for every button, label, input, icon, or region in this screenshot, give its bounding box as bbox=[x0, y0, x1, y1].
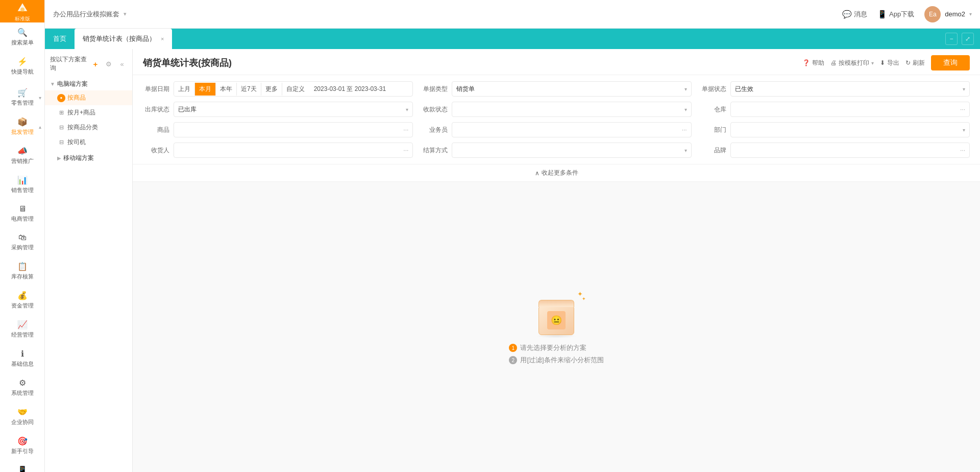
message-button[interactable]: 💬 消息 bbox=[842, 10, 867, 19]
warehouse-field[interactable]: ··· bbox=[730, 102, 970, 117]
app-download-button[interactable]: 📱 App下载 bbox=[877, 10, 914, 19]
scheme-item-by-driver[interactable]: ⊟ 按司机 bbox=[45, 135, 132, 150]
dept-field[interactable]: ▾ bbox=[730, 122, 970, 137]
doc-type-field[interactable]: 销货单 ▾ bbox=[452, 81, 691, 97]
filter-brand-cell: 品牌 ··· bbox=[700, 143, 970, 158]
receipt-status-field[interactable]: ▾ bbox=[452, 102, 691, 117]
doc-status-field[interactable]: 已生效 ▾ bbox=[730, 81, 970, 97]
sidebar-item-search[interactable]: 🔍 搜索菜单 bbox=[0, 22, 44, 52]
collapse-button[interactable]: ∧ 收起更多条件 bbox=[529, 168, 584, 178]
sidebar-item-purchase[interactable]: 🛍 采购管理 bbox=[0, 228, 44, 256]
tab-home[interactable]: 首页 bbox=[45, 29, 75, 49]
brand-more: ··· bbox=[960, 147, 965, 154]
header-left: 办公用品行业模拟账套 ▾ bbox=[53, 10, 127, 19]
recipient-more: ··· bbox=[403, 147, 408, 154]
filter-row-4: 收货人 ··· 结算方式 ▾ 品牌 bbox=[143, 143, 970, 158]
scheme-item-by-goods[interactable]: ● 按商品 bbox=[45, 90, 132, 105]
date-filter[interactable]: 上月 本月 本年 近7天 bbox=[174, 81, 413, 97]
warehouse-more: ··· bbox=[960, 106, 965, 113]
scheme-category-icon: ⊟ bbox=[57, 124, 65, 132]
collapse-panel-button[interactable]: « bbox=[117, 59, 127, 69]
date-tab-7days[interactable]: 近7天 bbox=[237, 83, 261, 96]
scheme-item-by-month-goods[interactable]: ⊞ 按月+商品 bbox=[45, 105, 132, 120]
sidebar-item-finance[interactable]: 💰 资金管理 bbox=[0, 286, 44, 315]
sidebar-item-guide-label: 新手引导 bbox=[11, 447, 34, 455]
export-label: 导出 bbox=[887, 59, 899, 67]
scheme-by-goods-label: 按商品 bbox=[67, 93, 86, 102]
recipient-label: 收货人 bbox=[143, 146, 174, 155]
recipient-field[interactable]: ··· bbox=[174, 143, 413, 158]
brand-label: 品牌 bbox=[700, 146, 730, 155]
sidebar-item-marketing-label: 营销推广 bbox=[11, 157, 34, 165]
tab-maximize-button[interactable]: ⤢ bbox=[962, 33, 974, 45]
date-tab-this-year[interactable]: 本年 bbox=[216, 83, 237, 96]
date-tab-custom[interactable]: 自定义 bbox=[282, 83, 309, 96]
sidebar-item-operations[interactable]: 📈 经营管理 bbox=[0, 315, 44, 344]
sidebar-item-enterprise[interactable]: 🤝 企业协同 bbox=[0, 402, 44, 431]
sidebar-item-inventory[interactable]: 📋 库存核算 bbox=[0, 256, 44, 286]
wholesale-expand-icon: ▴ bbox=[39, 124, 41, 129]
receipt-status-label: 收款状态 bbox=[421, 105, 452, 114]
operations-icon: 📈 bbox=[17, 320, 28, 329]
goods-label: 商品 bbox=[143, 126, 174, 134]
sidebar-item-wholesale[interactable]: 📦 批发管理 ▴ bbox=[0, 112, 44, 141]
app-logo[interactable]: 标准版 bbox=[0, 0, 44, 22]
query-panel-header-label: 按以下方案查询 bbox=[50, 55, 90, 73]
date-tabs: 上月 本月 本年 近7天 bbox=[174, 83, 309, 96]
settlement-field[interactable]: ▾ bbox=[452, 143, 691, 158]
empty-tip-1: 1 请先选择要分析的方案 bbox=[509, 343, 586, 352]
help-button[interactable]: ❓ 帮助 bbox=[802, 59, 824, 67]
date-tab-this-month[interactable]: 本月 bbox=[195, 83, 216, 96]
app-subtitle: 标准版 bbox=[15, 15, 30, 22]
sidebar-item-quicknav[interactable]: ⚡ 快捷导航 bbox=[0, 52, 44, 81]
scheme-group-mobile-header[interactable]: ▶ 移动端方案 bbox=[45, 152, 132, 164]
scheme-item-by-category[interactable]: ⊟ 按商品分类 bbox=[45, 120, 132, 135]
sidebar-item-search-label: 搜索菜单 bbox=[11, 39, 34, 46]
sidebar-item-sales[interactable]: 📊 销售管理 bbox=[0, 170, 44, 199]
scheme-group-pc: ▼ 电脑端方案 ● 按商品 ⊞ 按月+商品 ⊟ 按商品分类 bbox=[45, 77, 132, 151]
salesman-field[interactable]: ··· bbox=[452, 122, 691, 137]
sidebar-item-marketing[interactable]: 📣 营销推广 bbox=[0, 141, 44, 170]
search-icon: 🔍 bbox=[17, 28, 28, 37]
template-print-button[interactable]: 🖨 按模板打印 ▾ bbox=[830, 59, 874, 67]
industry-dropdown-icon[interactable]: ▾ bbox=[124, 11, 127, 17]
sidebar-item-ecommerce[interactable]: 🖥 电商管理 bbox=[0, 199, 44, 228]
main-area: 办公用品行业模拟账套 ▾ 💬 消息 📱 App下载 Ea demo2 ▾ 首 bbox=[45, 0, 980, 472]
filter-recipient-cell: 收货人 ··· bbox=[143, 143, 413, 158]
filter-date-cell: 单据日期 上月 本月 本年 bbox=[143, 81, 413, 97]
query-button[interactable]: 查询 bbox=[931, 55, 970, 70]
tab-sales-stats[interactable]: 销货单统计表（按商品） × bbox=[75, 29, 172, 49]
marketing-icon: 📣 bbox=[17, 146, 28, 156]
guide-icon: 🎯 bbox=[17, 436, 28, 446]
filter-docstatus-cell: 单据状态 已生效 ▾ bbox=[700, 81, 970, 97]
date-tab-last-month[interactable]: 上月 bbox=[174, 83, 195, 96]
sidebar-item-retail[interactable]: 🛒 零售管理 ▾ bbox=[0, 83, 44, 112]
tab-minimize-button[interactable]: − bbox=[945, 33, 958, 45]
filter-row-3: 商品 ··· 业务员 ··· 部门 bbox=[143, 122, 970, 137]
print-dropdown-icon: ▾ bbox=[871, 60, 874, 66]
template-print-label: 按模板打印 bbox=[839, 59, 869, 67]
tab-close-icon[interactable]: × bbox=[161, 36, 164, 42]
collapse-arrow-icon: ∧ bbox=[535, 170, 540, 177]
refresh-button[interactable]: ↻ 刷新 bbox=[905, 59, 925, 67]
brand-field[interactable]: ··· bbox=[730, 143, 970, 158]
sidebar-item-wholesale-label: 批发管理 bbox=[11, 128, 34, 136]
add-scheme-button[interactable]: + bbox=[90, 59, 101, 69]
out-status-arrow: ▾ bbox=[406, 107, 408, 112]
box-shadow bbox=[536, 334, 577, 338]
date-tab-more[interactable]: 更多 bbox=[261, 83, 282, 96]
sidebar-item-guide[interactable]: 🎯 新手引导 bbox=[0, 431, 44, 460]
user-area[interactable]: Ea demo2 ▾ bbox=[924, 6, 972, 22]
tab-sales-stats-label: 销货单统计表（按商品） bbox=[83, 34, 156, 43]
scheme-group-pc-header[interactable]: ▼ 电脑端方案 bbox=[45, 78, 132, 90]
dept-label: 部门 bbox=[700, 126, 730, 134]
warehouse-label: 仓库 bbox=[700, 105, 730, 114]
goods-field[interactable]: ··· bbox=[174, 122, 413, 137]
sidebar-item-system[interactable]: ⚙ 系统管理 bbox=[0, 373, 44, 402]
sidebar-item-basicinfo[interactable]: ℹ 基础信息 bbox=[0, 344, 44, 373]
out-status-field[interactable]: 已出库 ▾ bbox=[174, 102, 413, 117]
page-title-bar: 销货单统计表(按商品) ❓ 帮助 🖨 按模板打印 ▾ ⬇ 导出 bbox=[133, 49, 980, 75]
export-button[interactable]: ⬇ 导出 bbox=[880, 59, 899, 67]
sidebar-item-appcenter[interactable]: 📱 应用中心 bbox=[0, 460, 44, 472]
settings-scheme-button[interactable]: ⚙ bbox=[104, 59, 114, 69]
